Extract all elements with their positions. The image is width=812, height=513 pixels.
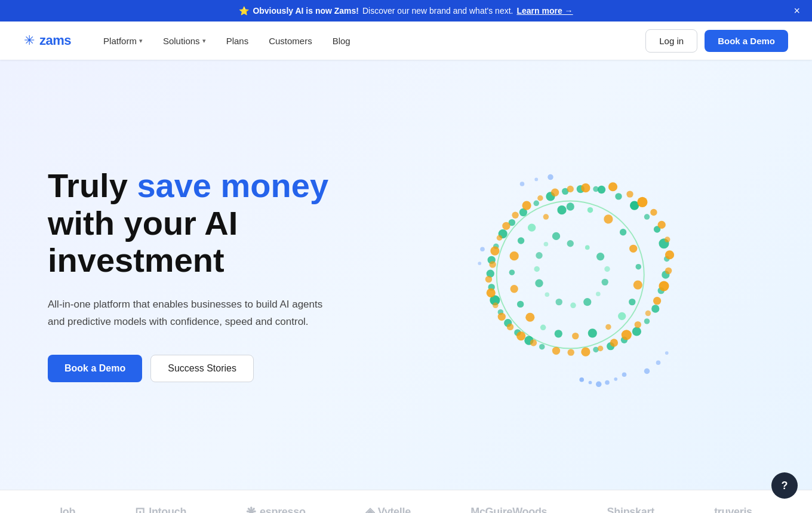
hero-headline: Truly save money with your AI investment (48, 167, 382, 279)
svg-point-116 (589, 381, 592, 385)
nav-book-demo-button[interactable]: Book a Demo (705, 30, 788, 52)
svg-point-77 (618, 312, 626, 320)
svg-point-64 (522, 201, 531, 210)
truveris-logo-text: truveris (714, 506, 752, 514)
svg-point-99 (570, 303, 576, 309)
svg-point-0 (497, 201, 644, 349)
nav-links: Platform ▾ Solutions ▾ Plans Customers B… (95, 31, 645, 51)
login-button[interactable]: Log in (645, 29, 697, 53)
svg-point-98 (583, 298, 591, 306)
svg-point-96 (602, 279, 608, 285)
banner-body: Discover our new brand and what's next. (362, 6, 513, 16)
svg-point-42 (530, 339, 537, 346)
svg-point-111 (534, 178, 538, 182)
svg-point-72 (620, 229, 626, 235)
svg-point-23 (632, 327, 641, 336)
svg-point-4 (644, 214, 650, 220)
svg-point-78 (605, 324, 611, 330)
logo-espresso: ❋ espresso (246, 505, 305, 513)
hero-subtext: All-in-one platform that enables busines… (48, 296, 334, 331)
svg-point-86 (509, 269, 515, 275)
svg-point-45 (498, 313, 506, 321)
svg-point-66 (551, 189, 559, 196)
svg-point-82 (540, 325, 546, 331)
svg-point-59 (489, 261, 496, 268)
intouch-logo-text: Intouch (149, 506, 186, 514)
svg-point-69 (567, 202, 574, 210)
solutions-chevron-icon: ▾ (202, 37, 206, 45)
svg-point-110 (520, 182, 525, 186)
svg-point-2 (615, 193, 622, 199)
banner-close-button[interactable]: × (793, 5, 800, 16)
svg-point-79 (588, 328, 597, 337)
svg-point-97 (596, 292, 601, 297)
svg-point-106 (552, 232, 560, 240)
hero-success-stories-button[interactable]: Success Stories (150, 355, 254, 382)
platform-chevron-icon: ▾ (139, 37, 143, 45)
svg-point-90 (543, 214, 549, 220)
svg-point-13 (650, 209, 657, 216)
svg-point-10 (608, 182, 617, 191)
logo-wordmark: zams (39, 33, 71, 48)
svg-point-71 (604, 214, 613, 223)
svg-point-21 (651, 305, 659, 312)
svg-point-30 (598, 346, 604, 352)
vytelle-logo-symbol: ◈ (365, 505, 374, 513)
hero-buttons: Book a Demo Success Stories (48, 355, 382, 382)
svg-point-100 (556, 299, 562, 305)
svg-point-114 (478, 262, 481, 265)
svg-point-34 (539, 344, 545, 350)
svg-point-113 (480, 247, 485, 251)
svg-point-43 (516, 331, 525, 340)
svg-point-120 (622, 372, 627, 377)
shipskart-logo-text: Shipskart (607, 506, 654, 514)
svg-point-11 (626, 191, 633, 197)
svg-point-74 (636, 264, 642, 270)
svg-point-16 (665, 250, 674, 259)
logo-truveris: truveris (714, 506, 752, 514)
svg-point-67 (567, 186, 574, 192)
espresso-logo-symbol: ❋ (246, 505, 256, 513)
headline-plain: Truly (48, 167, 137, 204)
nav-logo[interactable]: ✳ zams (24, 33, 71, 48)
svg-point-85 (510, 285, 518, 293)
svg-point-48 (485, 276, 492, 282)
svg-point-115 (579, 377, 584, 382)
svg-point-107 (644, 368, 650, 374)
svg-point-118 (605, 380, 610, 385)
hero-visual (382, 125, 764, 424)
nav-item-blog[interactable]: Blog (324, 31, 359, 51)
svg-point-93 (585, 245, 590, 250)
svg-point-58 (593, 186, 599, 192)
logo-shipskart: Shipskart (607, 506, 654, 514)
nav-item-platform[interactable]: Platform ▾ (95, 31, 151, 51)
svg-point-95 (604, 266, 610, 272)
logos-bar: lob ⊡ Intouch ❋ espresso ◈ Vytelle McGui… (0, 490, 812, 513)
nav-item-plans[interactable]: Plans (218, 31, 257, 51)
help-button[interactable]: ? (771, 472, 798, 499)
banner-learn-more-link[interactable]: Learn more → (516, 6, 573, 16)
svg-point-18 (659, 281, 669, 291)
svg-point-91 (557, 205, 566, 214)
logo-mcguirewoods: McGuireWoods (470, 506, 547, 514)
nav-item-solutions[interactable]: Solutions ▾ (155, 31, 214, 51)
svg-point-33 (552, 347, 560, 355)
nav-actions: Log in Book a Demo (645, 29, 788, 53)
svg-point-27 (635, 321, 641, 328)
svg-point-87 (510, 251, 519, 260)
svg-point-68 (581, 183, 590, 192)
svg-point-83 (525, 313, 534, 322)
logo-icon: ✳ (24, 33, 35, 48)
svg-point-12 (637, 197, 647, 207)
hero-book-demo-button[interactable]: Book a Demo (48, 355, 142, 382)
svg-point-103 (534, 266, 540, 272)
svg-point-22 (644, 318, 650, 324)
logo-vytelle: ◈ Vytelle (365, 505, 411, 513)
logo-lob: lob (60, 506, 75, 514)
banner-bold-text: Obviously AI is now Zams! (253, 6, 359, 16)
hero-section: Truly save money with your AI investment… (0, 60, 812, 490)
nav-item-customers[interactable]: Customers (260, 31, 321, 51)
svg-point-47 (487, 288, 496, 297)
svg-point-108 (656, 360, 661, 365)
svg-point-46 (493, 303, 499, 309)
